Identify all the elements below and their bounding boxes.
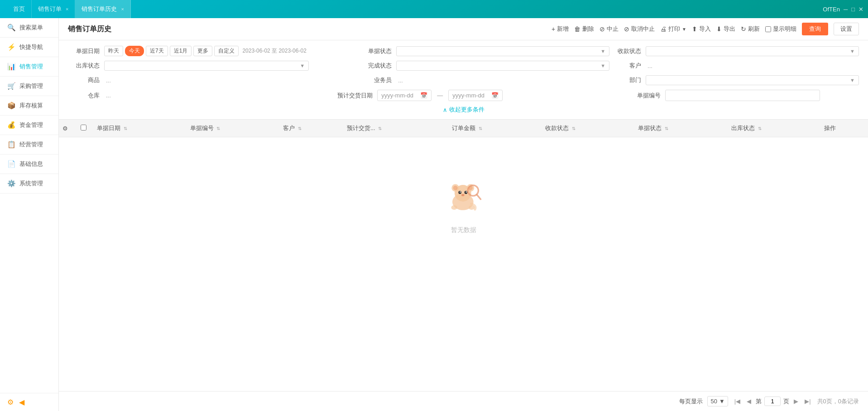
first-page-button[interactable]: |◀ [733,397,742,406]
th-ship-status-sort-icon[interactable]: ⇅ [758,126,762,131]
ship-status-select[interactable]: ▼ [104,61,309,71]
page-title: 销售订单历史 [68,24,551,34]
cancel-stop-button[interactable]: ⊘ 取消中止 [624,25,655,33]
operation-icon: 📋 [7,140,16,149]
th-check[interactable] [77,120,93,137]
sidebar-item-search[interactable]: 🔍 搜索菜单 [0,18,58,38]
delivery-date-end[interactable]: yyyy-mm-dd 📅 [448,90,503,101]
sidebar-item-finance[interactable]: 💰 资金管理 [0,116,58,135]
date-btn-today[interactable]: 今天 [125,46,144,56]
warehouse-dots[interactable]: ... [106,92,111,99]
refresh-button[interactable]: ↻ 刷新 [741,25,760,33]
page-label: 页 [783,397,789,406]
display-detail-input[interactable] [765,26,771,32]
th-date[interactable]: 单据日期 ⇅ [93,120,187,137]
export-button[interactable]: ⬇ 导出 [716,25,735,33]
sales-icon: 📊 [7,63,16,71]
sidebar-item-inventory[interactable]: 📦 库存核算 [0,96,58,116]
th-delivery-sort-icon[interactable]: ⇅ [378,126,382,131]
delivery-date-start[interactable]: yyyy-mm-dd 📅 [377,90,432,101]
th-order-no-sort-icon[interactable]: ⇅ [216,126,220,131]
date-separator: — [437,92,443,99]
print-button[interactable]: 🖨 打印 ▼ [660,25,686,33]
sidebar-item-purchase[interactable]: 🛒 采购管理 [0,77,58,96]
top-bar: 首页 销售订单 × 销售订单历史 × OfTEn ─ □ ✕ [0,0,868,18]
tab-sales-order[interactable]: 销售订单 × [32,0,75,18]
tab-sales-order-history[interactable]: 销售订单历史 × [75,0,130,18]
th-payment-status-sort-icon[interactable]: ⇅ [572,126,575,131]
date-btn-yesterday[interactable]: 昨天 [104,46,123,56]
sidebar-collapse-icon[interactable]: ◀ [19,398,24,406]
svg-point-4 [453,186,457,190]
sidebar-item-basic[interactable]: 📄 基础信息 [0,155,58,174]
add-button[interactable]: + 新增 [551,25,569,33]
prev-page-button[interactable]: ◀ [745,397,753,406]
payment-status-select[interactable]: ▼ [646,46,859,56]
customer-dots[interactable]: ... [647,63,652,69]
date-btn-more[interactable]: 更多 [193,46,212,56]
th-order-status-sort-icon[interactable]: ⇅ [665,126,668,131]
last-page-button[interactable]: ▶| [803,397,812,406]
query-button[interactable]: 查询 [802,23,828,35]
collapse-row[interactable]: ∧ 收起更多条件 [68,106,859,114]
next-page-button[interactable]: ▶ [792,397,800,406]
date-btn-7days[interactable]: 近7天 [146,46,168,56]
sidebar-item-system[interactable]: ⚙️ 系统管理 [0,174,58,193]
complete-status-select[interactable]: ▼ [396,61,609,71]
table-settings-icon[interactable]: ⚙ [62,125,68,132]
order-status-select[interactable]: ▼ [396,46,609,56]
stop-button[interactable]: ⊘ 中止 [599,25,619,33]
stop-icon: ⊘ [599,25,605,33]
salesperson-dots[interactable]: ... [398,77,403,84]
sidebar-settings-icon[interactable]: ⚙ [7,398,14,406]
sidebar-item-sales[interactable]: 📊 销售管理 [0,57,58,77]
th-delivery[interactable]: 预计交货... ⇅ [343,120,449,137]
date-range-text: 2023-06-02 至 2023-06-02 [242,47,306,55]
add-label: 新增 [557,25,569,33]
import-button[interactable]: ⬆ 导入 [692,25,711,33]
th-order-no[interactable]: 单据编号 ⇅ [187,120,280,137]
filter-area: 单据日期 昨天 今天 近7天 近1月 更多 自定义 2023-06-02 至 2… [59,40,868,120]
sidebar-item-operation[interactable]: 📋 经营管理 [0,135,58,155]
purchase-icon: 🛒 [7,82,16,90]
th-customer-sort-icon[interactable]: ⇅ [298,126,302,131]
setting-button[interactable]: 设置 [834,23,859,35]
delivery-date-start-calendar-icon[interactable]: 📅 [420,92,427,99]
order-no-input[interactable] [665,90,820,101]
th-date-sort-icon[interactable]: ⇅ [124,126,127,131]
warehouse-label: 仓库 [68,92,104,100]
complete-status-control: ▼ [396,61,609,71]
sidebar-item-basic-label: 基础信息 [19,160,43,168]
department-chevron-icon: ▼ [850,77,855,83]
window-maximize[interactable]: □ [851,6,855,13]
th-order-status[interactable]: 单据状态 ⇅ [634,120,728,137]
tab-sales-order-close[interactable]: × [66,6,68,12]
department-select[interactable]: ▼ [646,75,859,85]
window-close[interactable]: ✕ [858,6,863,13]
display-detail-checkbox[interactable]: 显示明细 [765,25,796,33]
delivery-date-end-calendar-icon[interactable]: 📅 [491,92,499,99]
th-amount-sort-icon[interactable]: ⇅ [479,126,482,131]
sidebar-item-quick-nav[interactable]: ⚡ 快捷导航 [0,38,58,57]
ship-status-control: ▼ [104,61,360,71]
window-minimize[interactable]: ─ [844,6,848,13]
per-page-select[interactable]: 50 ▼ [707,396,728,406]
print-arrow-icon: ▼ [682,27,686,32]
th-amount[interactable]: 订单金额 ⇅ [448,120,542,137]
th-ship-status[interactable]: 出库状态 ⇅ [728,120,821,137]
th-payment-status[interactable]: 收款状态 ⇅ [542,120,635,137]
customer-control: ... [646,63,859,69]
select-all-checkbox[interactable] [81,125,86,131]
tab-sales-order-history-close[interactable]: × [121,6,124,12]
th-customer[interactable]: 客户 ⇅ [279,120,343,137]
stop-label: 中止 [607,25,619,33]
date-btn-1month[interactable]: 近1月 [170,46,192,56]
date-btn-custom[interactable]: 自定义 [214,46,239,56]
page-number-input[interactable] [764,396,781,406]
tab-home[interactable]: 首页 [7,0,32,18]
often-text: OfTEn [823,6,840,13]
delete-button[interactable]: 🗑 删除 [574,25,594,33]
goods-dots[interactable]: ... [106,77,111,84]
customer-label: 客户 [609,62,646,70]
th-settings[interactable]: ⚙ [59,120,77,137]
